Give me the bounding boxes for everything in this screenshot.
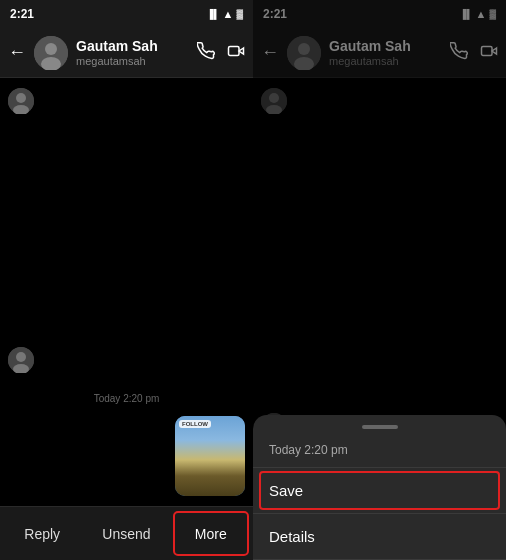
bottom-sheet: Today 2:20 pm Save Details: [253, 415, 506, 560]
screen-right: 2:21 ▐▌ ▲ ▓ ← Gautam Sah megautamsah: [253, 0, 506, 560]
screen-left: 2:21 ▐▌ ▲ ▓ ← Gautam Sah megautamsah: [0, 0, 253, 560]
message-row-2: [8, 347, 245, 373]
contact-username-left: megautamsah: [76, 55, 189, 67]
svg-rect-3: [229, 46, 240, 55]
unsend-button[interactable]: Unsend: [84, 507, 168, 560]
more-button[interactable]: More: [169, 507, 253, 560]
header-info-left: Gautam Sah megautamsah: [76, 38, 189, 67]
signal-icon: ▐▌: [207, 9, 220, 19]
battery-icon: ▓: [236, 9, 243, 19]
message-image-left: FOLLOW: [175, 416, 245, 496]
bottom-actions-left: Reply Unsend More: [0, 506, 253, 560]
status-icons-left: ▐▌ ▲ ▓: [207, 8, 243, 20]
back-button-left[interactable]: ←: [8, 42, 26, 63]
message-row-1: [8, 88, 245, 114]
sheet-timestamp: Today 2:20 pm: [253, 443, 506, 467]
status-bar-left: 2:21 ▐▌ ▲ ▓: [0, 0, 253, 28]
map-label-left: FOLLOW: [179, 420, 211, 428]
header-actions-left: [197, 42, 245, 64]
status-time-left: 2:21: [10, 7, 34, 21]
svg-point-8: [16, 352, 26, 362]
msg-avatar-2: [8, 347, 34, 373]
wifi-icon: ▲: [223, 8, 234, 20]
svg-point-5: [16, 93, 26, 103]
chat-area-left: Today 2:20 pm FOLLOW: [0, 78, 253, 506]
sheet-save-item[interactable]: Save: [253, 468, 506, 513]
svg-point-1: [45, 43, 57, 55]
header-left: ← Gautam Sah megautamsah: [0, 28, 253, 78]
sheet-details-item[interactable]: Details: [253, 514, 506, 559]
video-icon-left[interactable]: [227, 42, 245, 64]
timestamp-left: Today 2:20 pm: [8, 393, 245, 404]
sheet-handle: [362, 425, 398, 429]
avatar-left: [34, 36, 68, 70]
reply-button[interactable]: Reply: [0, 507, 84, 560]
msg-avatar-1: [8, 88, 34, 114]
contact-name-left: Gautam Sah: [76, 38, 189, 55]
call-icon-left[interactable]: [197, 42, 215, 64]
